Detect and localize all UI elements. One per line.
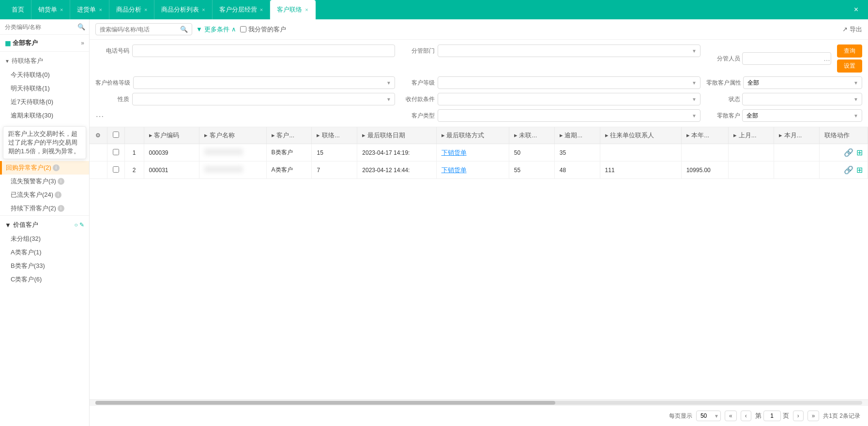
select-all-checkbox[interactable]	[113, 132, 119, 138]
filter-phone: 电话号码	[95, 44, 395, 57]
filter-price-level-select[interactable]	[133, 76, 395, 89]
info-icon-churned[interactable]: i	[55, 191, 61, 198]
filter-scatter-attr-select[interactable]: 全部	[743, 76, 862, 89]
col-last-month-header[interactable]: ▸ 上月...	[729, 127, 774, 144]
nav-tab-product-list[interactable]: 商品分析列表 ×	[154, 0, 212, 19]
close-all-button[interactable]: ×	[849, 5, 863, 14]
close-product-analysis-tab[interactable]: ×	[144, 7, 147, 13]
row-action: 🔗 ⊞	[819, 162, 868, 179]
per-page-select[interactable]: 50 20 100	[696, 411, 721, 421]
main-search-icon[interactable]: 🔍	[180, 26, 188, 33]
filter-manager-input[interactable]	[742, 52, 831, 65]
row-name[interactable]	[199, 162, 266, 179]
sidebar-search-icon[interactable]: 🔍	[77, 23, 85, 30]
row-checkbox[interactable]	[107, 162, 124, 179]
col-contact-count-header[interactable]: ▸ 联络...	[312, 127, 357, 144]
nav-tab-product-analysis[interactable]: 商品分析 ×	[109, 0, 154, 19]
row-name[interactable]	[199, 144, 266, 162]
manager-ellipsis-btn[interactable]: …	[823, 55, 830, 62]
nav-tab-customer-contact[interactable]: 客户联络 ×	[270, 0, 315, 19]
nav-tab-sales[interactable]: 销货单 ×	[31, 0, 70, 19]
close-sales-tab[interactable]: ×	[60, 7, 63, 13]
col-no-contact-header[interactable]: ▸ 未联...	[509, 127, 554, 144]
page-input[interactable]	[763, 411, 781, 421]
pending-section-title[interactable]: ▼ 待联络客户	[0, 54, 89, 68]
info-icon-churn-warning[interactable]: i	[58, 178, 64, 185]
sidebar-item-repurchase-abnormal[interactable]: 回购异常客户(2) i	[2, 161, 89, 175]
info-icon-declining[interactable]: i	[58, 205, 64, 212]
sidebar-item-c-customers[interactable]: C类客户(6)	[0, 273, 89, 286]
nav-tab-purchase[interactable]: 进货单 ×	[70, 0, 109, 19]
row-last-method[interactable]: 下销货单	[436, 144, 509, 162]
settings-button[interactable]: 设置	[837, 59, 862, 73]
value-customers-header[interactable]: ▼ 价值客户 ○ ✎	[0, 218, 89, 232]
sidebar-item-tomorrow[interactable]: 明天待联络(1)	[0, 82, 89, 95]
more-conditions-btn[interactable]: ▼ 更多条件 ∧	[196, 25, 236, 34]
export-button[interactable]: ↗ 导出	[842, 25, 862, 34]
filter-nature-select[interactable]	[132, 93, 395, 105]
row-code[interactable]: 000039	[144, 144, 199, 162]
sidebar-collapse-btn[interactable]: »	[81, 40, 84, 46]
col-overdue-header[interactable]: ▸ 逾期...	[554, 127, 600, 144]
row-checkbox[interactable]	[107, 144, 124, 162]
sidebar-search-input[interactable]	[5, 24, 77, 30]
filter-dept-select[interactable]	[438, 44, 700, 57]
last-method-link[interactable]: 下销货单	[442, 149, 467, 156]
col-last-date-header[interactable]: ▸ 最后联络日期	[357, 127, 436, 144]
col-this-month-header[interactable]: ▸ 本月...	[774, 127, 819, 144]
query-button[interactable]: 查询	[837, 44, 862, 58]
sidebar-all-customers[interactable]: ▦ 全部客户 »	[0, 35, 89, 52]
filter-customer-level-select[interactable]	[438, 76, 700, 89]
filter-more-icon[interactable]: …	[95, 109, 104, 119]
filter-customer-type-select[interactable]	[438, 109, 700, 122]
close-product-list-tab[interactable]: ×	[202, 7, 205, 13]
close-purchase-tab[interactable]: ×	[99, 7, 102, 13]
nav-tab-home[interactable]: 首页	[5, 0, 31, 19]
next-page-btn[interactable]: ›	[793, 411, 804, 421]
sidebar-item-churn-warning[interactable]: 流失预警客户(3) i	[0, 175, 89, 188]
last-method-link[interactable]: 下销货单	[442, 166, 467, 174]
col-type-header[interactable]: ▸ 客户...	[266, 127, 312, 144]
sidebar-item-churned[interactable]: 已流失客户(24) i	[0, 188, 89, 202]
grid-icon[interactable]: ⊞	[856, 148, 863, 157]
row-code[interactable]: 000031	[144, 162, 199, 179]
sidebar-item-a-customers[interactable]: A类客户(1)	[0, 246, 89, 259]
main-search-input[interactable]	[100, 26, 180, 33]
sidebar-item-b-customers[interactable]: B类客户(33)	[0, 259, 89, 273]
col-this-year-header[interactable]: ▸ 本年...	[681, 127, 728, 144]
col-code-header[interactable]: ▸ 客户编码	[144, 127, 199, 144]
filter-status-select[interactable]	[742, 93, 862, 105]
sidebar-item-declining[interactable]: 持续下滑客户(2) i	[0, 202, 89, 215]
my-customers-check[interactable]	[240, 26, 246, 32]
row-settings	[90, 144, 107, 162]
filter-scatter-customer-select[interactable]: 全部	[742, 109, 862, 122]
my-customers-checkbox[interactable]: 我分管的客户	[240, 25, 286, 34]
close-customer-segment-tab[interactable]: ×	[260, 7, 263, 13]
col-contacts-header[interactable]: ▸ 往来单位联系人	[600, 127, 681, 144]
sidebar-item-ungroupe[interactable]: 未分组(32)	[0, 232, 89, 246]
info-icon-repurchase[interactable]: i	[53, 164, 60, 171]
row-last-method[interactable]: 下销货单	[436, 162, 509, 179]
filter-phone-input[interactable]	[132, 44, 395, 57]
close-customer-contact-tab[interactable]: ×	[305, 7, 308, 13]
prev-page-btn[interactable]: ‹	[741, 411, 751, 421]
col-last-method-header[interactable]: ▸ 最后联络方式	[436, 127, 509, 144]
sidebar-item-7days[interactable]: 近7天待联络(0)	[0, 95, 89, 109]
col-name-header[interactable]: ▸ 客户名称	[199, 127, 266, 144]
link-icon[interactable]: 🔗	[844, 148, 853, 157]
col-checkbox-header[interactable]	[107, 127, 124, 144]
first-page-btn[interactable]: «	[725, 411, 737, 421]
grid-icon[interactable]: ⊞	[856, 165, 863, 175]
last-page-btn[interactable]: »	[807, 411, 820, 421]
edit-groups-icon[interactable]: ○ ✎	[74, 221, 84, 228]
nav-tab-customer-segment[interactable]: 客户分层经营 ×	[213, 0, 270, 19]
sidebar-search-box: 🔍	[0, 19, 89, 35]
link-icon[interactable]: 🔗	[844, 165, 853, 175]
sidebar-item-overdue[interactable]: 逾期未联络(30)	[0, 109, 89, 122]
filter-payment-select[interactable]	[438, 93, 700, 105]
col-settings-header[interactable]: ⚙	[90, 127, 107, 144]
sidebar-item-today[interactable]: 今天待联络(0)	[0, 68, 89, 82]
horizontal-scrollbar[interactable]	[90, 399, 868, 405]
action-icons: 🔗 ⊞	[824, 148, 863, 157]
row-last-date: 2023-04-17 14:19:	[357, 144, 436, 162]
